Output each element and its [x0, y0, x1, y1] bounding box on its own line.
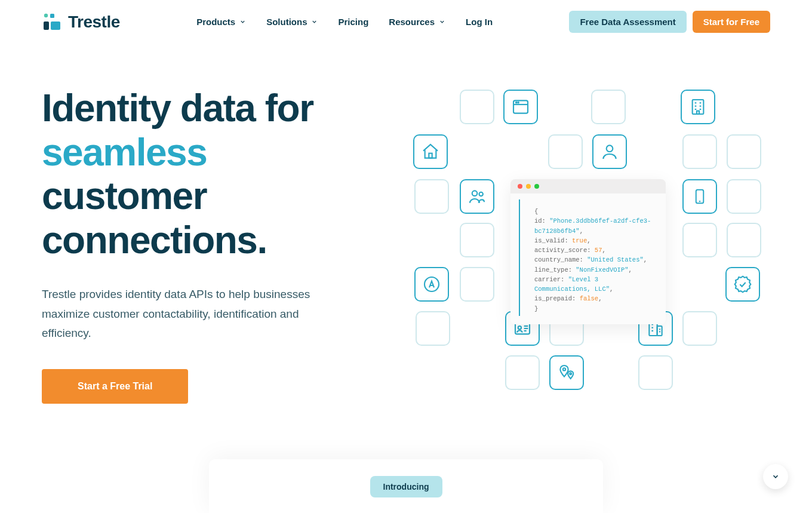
blank-tile	[591, 90, 626, 124]
svg-point-0	[44, 13, 48, 17]
blank-tile	[414, 179, 449, 214]
free-data-assessment-button[interactable]: Free Data Assessment	[569, 11, 686, 33]
chevron-down-icon	[239, 19, 246, 26]
hero-illustration: {id: "Phone.3ddbb6fef-a2df-cfe3-bc7128b6…	[394, 87, 770, 409]
blank-tile	[682, 134, 717, 169]
person-icon	[592, 134, 627, 169]
a-badge-icon	[414, 267, 449, 302]
nav-products[interactable]: Products	[196, 17, 246, 27]
header-ctas: Free Data Assessment Start for Free	[569, 11, 770, 33]
svg-rect-3	[51, 21, 60, 30]
site-header: Trestle Products Solutions Pricing Resou…	[0, 0, 812, 33]
hero-title-accent: seamless	[42, 131, 207, 174]
blank-tile	[638, 355, 673, 390]
traffic-light-minimize-icon	[526, 184, 531, 189]
blank-tile	[460, 267, 494, 302]
nav-pricing[interactable]: Pricing	[338, 17, 368, 27]
chevron-down-icon	[771, 472, 780, 481]
hero-title-post: customer connections.	[42, 174, 267, 262]
nav-label: Resources	[389, 17, 435, 27]
brand-name: Trestle	[68, 13, 120, 32]
svg-rect-29	[657, 326, 662, 336]
nav-label: Solutions	[266, 17, 307, 27]
map-pin-icon	[549, 355, 584, 390]
code-sample-body: {id: "Phone.3ddbb6fef-a2df-cfe3-bc7128b6…	[519, 199, 666, 316]
nav-solutions[interactable]: Solutions	[266, 17, 318, 27]
svg-rect-16	[429, 153, 432, 158]
code-sample-card: {id: "Phone.3ddbb6fef-a2df-cfe3-bc7128b6…	[510, 179, 666, 324]
svg-rect-2	[44, 21, 49, 30]
nav-login[interactable]: Log In	[466, 17, 493, 27]
nav-label: Products	[196, 17, 235, 27]
scroll-down-button[interactable]	[763, 464, 788, 489]
svg-point-24	[518, 326, 521, 329]
svg-point-17	[607, 145, 613, 152]
svg-point-36	[570, 373, 571, 374]
traffic-light-zoom-icon	[534, 184, 539, 189]
browser-window-icon	[503, 90, 538, 124]
blank-tile	[727, 179, 761, 214]
nav-label: Pricing	[338, 17, 368, 27]
check-badge-icon	[725, 267, 760, 302]
start-free-trial-button[interactable]: Start a Free Trial	[42, 369, 188, 404]
svg-point-18	[472, 191, 478, 196]
hero-title: Identity data for seamless customer conn…	[42, 87, 370, 262]
svg-point-7	[518, 102, 519, 103]
home-icon	[413, 134, 448, 169]
svg-rect-15	[697, 111, 699, 114]
blank-tile	[460, 223, 494, 257]
blank-tile	[416, 311, 450, 346]
building-icon	[681, 90, 715, 124]
traffic-light-close-icon	[518, 184, 522, 189]
window-titlebar	[510, 179, 666, 193]
introducing-pill: Introducing	[370, 476, 442, 497]
chevron-down-icon	[438, 19, 445, 26]
people-icon	[460, 179, 494, 214]
svg-point-22	[425, 277, 439, 291]
svg-point-6	[516, 102, 517, 103]
blank-tile	[548, 134, 583, 169]
blank-tile	[505, 355, 540, 390]
brand-logo[interactable]: Trestle	[42, 12, 120, 32]
smartphone-icon	[682, 179, 717, 214]
hero-section: Identity data for seamless customer conn…	[0, 33, 812, 409]
blank-tile	[682, 311, 717, 346]
introducing-card: Introducing	[209, 459, 603, 513]
chevron-down-icon	[310, 19, 318, 26]
blank-tile	[727, 223, 761, 257]
nav-resources[interactable]: Resources	[389, 17, 445, 27]
svg-point-19	[479, 192, 482, 196]
svg-rect-1	[50, 14, 54, 18]
primary-nav: Products Solutions Pricing Resources Log…	[196, 17, 493, 27]
hero-copy: Identity data for seamless customer conn…	[42, 87, 370, 409]
svg-point-35	[563, 368, 565, 370]
brand-mark-icon	[42, 12, 62, 32]
svg-rect-8	[693, 100, 704, 114]
blank-tile	[727, 134, 761, 169]
blank-tile	[460, 90, 494, 124]
start-for-free-button[interactable]: Start for Free	[693, 11, 770, 33]
hero-subtitle: Trestle provides identity data APIs to h…	[42, 285, 322, 343]
hero-title-pre: Identity data for	[42, 87, 313, 130]
nav-label: Log In	[466, 17, 493, 27]
blank-tile	[682, 223, 717, 257]
